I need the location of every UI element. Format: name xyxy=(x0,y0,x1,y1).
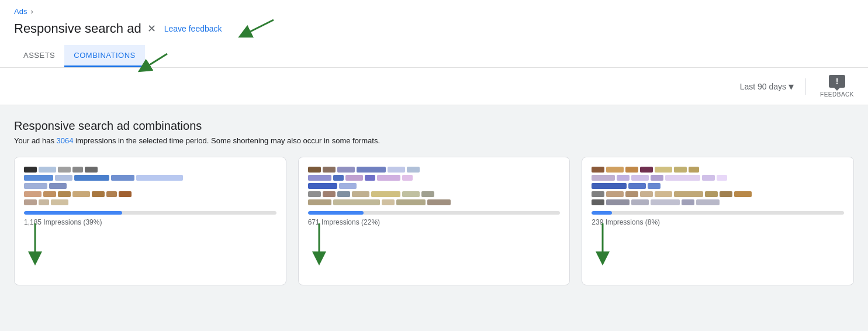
pixel-block xyxy=(58,191,71,197)
breadcrumb-separator: › xyxy=(30,7,33,16)
pixel-row xyxy=(592,199,844,205)
pixel-block xyxy=(352,191,369,197)
pixel-block xyxy=(308,199,331,205)
pixel-block xyxy=(365,175,375,181)
feedback-button[interactable]: ! FEEDBACK xyxy=(820,75,854,98)
pixel-block xyxy=(92,191,105,197)
top-bar: Ads › Responsive search ad ✕ Leave feedb… xyxy=(0,0,868,68)
pixel-block xyxy=(308,175,331,181)
pixel-block xyxy=(308,167,321,173)
pixel-block xyxy=(606,191,624,197)
pixel-block xyxy=(337,167,355,173)
green-arrow-card-1 xyxy=(26,220,61,267)
pixel-block xyxy=(625,167,638,173)
pixel-row xyxy=(24,199,276,205)
pixel-block xyxy=(24,167,37,173)
pixel-block xyxy=(717,175,727,181)
pixel-block xyxy=(382,199,395,205)
progress-bar-fill xyxy=(308,211,364,215)
pixel-row xyxy=(308,183,561,189)
progress-bar-container xyxy=(592,211,844,215)
divider xyxy=(805,78,806,95)
pixel-block xyxy=(655,167,672,173)
pixel-block xyxy=(407,167,420,173)
pixel-block xyxy=(72,167,83,173)
tabs-row: ASSETS COMBINATIONS xyxy=(14,45,854,67)
pixel-block xyxy=(606,199,630,205)
close-icon[interactable]: ✕ xyxy=(147,22,156,35)
pixel-block xyxy=(705,191,718,197)
feedback-icon: ! xyxy=(829,75,845,88)
pixel-block xyxy=(24,191,42,197)
pixel-block xyxy=(648,183,660,189)
section-title: Responsive search ad combinations xyxy=(14,119,854,133)
pixel-block xyxy=(734,191,752,197)
pixel-block xyxy=(136,175,183,181)
pixel-block xyxy=(617,175,630,181)
tab-combinations[interactable]: COMBINATIONS xyxy=(64,45,144,67)
pixel-block xyxy=(396,199,426,205)
pixel-row xyxy=(24,167,276,173)
pixel-block xyxy=(339,183,357,189)
pixel-row xyxy=(24,175,276,181)
date-range-dropdown[interactable]: Last 90 days ▾ xyxy=(740,80,794,93)
feedback-label: FEEDBACK xyxy=(820,91,854,98)
pixel-block xyxy=(631,175,649,181)
pixel-block xyxy=(39,167,56,173)
pixel-block xyxy=(24,175,53,181)
pixel-block xyxy=(333,199,380,205)
tab-assets[interactable]: ASSETS xyxy=(14,45,64,67)
impressions-label: 671 Impressions (22%) xyxy=(308,218,561,226)
pixel-block xyxy=(333,175,344,181)
progress-bar-fill xyxy=(24,211,122,215)
pixel-row xyxy=(308,191,561,197)
pixel-block xyxy=(592,199,604,205)
pixel-block xyxy=(674,191,703,197)
pixel-block xyxy=(625,191,638,197)
breadcrumb: Ads › xyxy=(14,0,854,17)
ad-card-2: 671 Impressions (22%) xyxy=(298,157,570,285)
pixel-block xyxy=(345,175,363,181)
pixel-block xyxy=(43,191,56,197)
ad-content xyxy=(24,167,276,205)
pixel-block xyxy=(308,191,321,197)
impressions-label: 1,185 Impressions (39%) xyxy=(24,218,276,226)
section-subtitle: Your ad has 3064 impressions in the sele… xyxy=(14,136,854,145)
pixel-block xyxy=(388,167,405,173)
green-arrow-feedback xyxy=(233,17,279,40)
title-row: Responsive search ad ✕ Leave feedback xyxy=(14,17,854,45)
leave-feedback-link[interactable]: Leave feedback xyxy=(164,24,222,33)
progress-bar-fill xyxy=(592,211,612,215)
pixel-block xyxy=(592,183,627,189)
breadcrumb-link-ads[interactable]: Ads xyxy=(14,7,27,16)
toolbar: Last 90 days ▾ ! FEEDBACK xyxy=(0,68,868,105)
pixel-block xyxy=(427,199,451,205)
impressions-count: 3064 xyxy=(57,136,74,145)
ad-card-1: 1,185 Impressions (39%) xyxy=(14,157,286,285)
progress-bar-container xyxy=(24,211,276,215)
pixel-block xyxy=(111,175,134,181)
pixel-row xyxy=(24,183,276,189)
pixel-block xyxy=(720,191,732,197)
pixel-block xyxy=(371,191,400,197)
pixel-block xyxy=(24,183,47,189)
ad-content xyxy=(592,167,844,205)
pixel-block xyxy=(72,191,90,197)
pixel-block xyxy=(421,191,434,197)
ad-content xyxy=(308,167,561,205)
pixel-block xyxy=(49,183,67,189)
pixel-block xyxy=(606,167,624,173)
pixel-block xyxy=(631,199,649,205)
pixel-block xyxy=(651,175,663,181)
pixel-block xyxy=(402,175,413,181)
pixel-block xyxy=(323,167,336,173)
svg-line-3 xyxy=(144,54,167,68)
pixel-row xyxy=(308,175,561,181)
pixel-block xyxy=(640,167,653,173)
page-title: Responsive search ad xyxy=(14,21,141,36)
pixel-block xyxy=(106,191,117,197)
pixel-block xyxy=(696,199,720,205)
svg-line-1 xyxy=(244,20,274,35)
pixel-block xyxy=(58,167,71,173)
impressions-label: 239 Impressions (8%) xyxy=(592,218,844,226)
